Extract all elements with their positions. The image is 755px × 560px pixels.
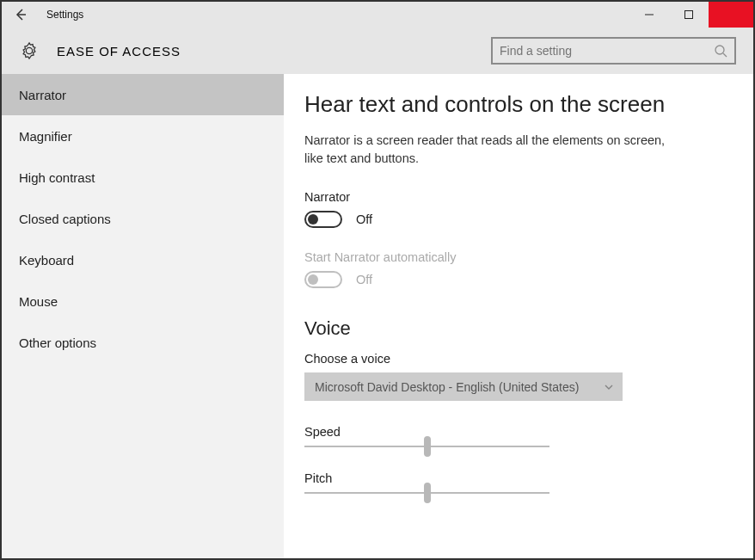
narrator-toggle-row: Off [304, 211, 727, 228]
maximize-button[interactable] [669, 2, 709, 28]
sidebar-item-keyboard[interactable]: Keyboard [2, 239, 284, 280]
sidebar-item-label: Closed captions [19, 212, 111, 226]
page-heading: Hear text and controls on the screen [304, 91, 727, 118]
choose-voice-label: Choose a voice [304, 352, 727, 366]
narrator-toggle[interactable] [304, 211, 342, 228]
toggle-knob [308, 274, 318, 285]
sidebar-item-label: Other options [19, 335, 96, 350]
search-icon [714, 44, 727, 58]
back-button[interactable] [2, 2, 40, 28]
voice-heading: Voice [304, 317, 727, 340]
close-button[interactable] [709, 2, 753, 28]
auto-toggle-row: Off [304, 271, 727, 288]
maximize-icon [684, 10, 693, 19]
sidebar-item-label: Narrator [19, 88, 66, 102]
slider-thumb[interactable] [424, 436, 431, 457]
titlebar: Settings [2, 2, 753, 28]
toggle-knob [308, 214, 318, 225]
svg-line-4 [723, 53, 727, 57]
sidebar-item-narrator[interactable]: Narrator [2, 74, 284, 115]
svg-rect-2 [685, 11, 693, 19]
search-input[interactable] [500, 44, 714, 58]
sidebar: Narrator Magnifier High contrast Closed … [2, 74, 284, 558]
sidebar-item-magnifier[interactable]: Magnifier [2, 115, 284, 157]
sidebar-item-label: High contrast [19, 170, 95, 185]
svg-point-3 [715, 46, 724, 54]
sidebar-item-closed-captions[interactable]: Closed captions [2, 198, 284, 239]
gear-icon [19, 40, 40, 61]
slider-track [304, 446, 549, 447]
slider-track [304, 492, 549, 494]
auto-toggle-state: Off [356, 273, 372, 286]
arrow-left-icon [14, 8, 28, 22]
content: Hear text and controls on the screen Nar… [284, 74, 753, 558]
window-controls [629, 2, 753, 28]
auto-toggle-label: Start Narrator automatically [304, 250, 727, 264]
sidebar-item-mouse[interactable]: Mouse [2, 280, 284, 322]
sidebar-item-high-contrast[interactable]: High contrast [2, 157, 284, 198]
narrator-toggle-label: Narrator [304, 190, 727, 204]
voice-dropdown[interactable]: Microsoft David Desktop - English (Unite… [304, 372, 623, 401]
slider-thumb[interactable] [424, 483, 431, 503]
sidebar-item-label: Mouse [19, 294, 58, 309]
speed-slider[interactable] [304, 446, 549, 447]
minimize-icon [645, 10, 654, 19]
window-title: Settings [46, 9, 83, 21]
body: Narrator Magnifier High contrast Closed … [2, 74, 753, 558]
auto-toggle [304, 271, 342, 288]
header: EASE OF ACCESS [2, 28, 753, 74]
sidebar-item-other-options[interactable]: Other options [2, 322, 284, 363]
minimize-button[interactable] [629, 2, 669, 28]
speed-label: Speed [304, 425, 727, 439]
settings-window: Settings EASE OF ACCESS [0, 0, 755, 560]
page-description: Narrator is a screen reader that reads a… [304, 132, 674, 168]
pitch-slider[interactable] [304, 492, 549, 494]
category-title: EASE OF ACCESS [57, 44, 181, 58]
pitch-label: Pitch [304, 471, 727, 485]
voice-dropdown-value: Microsoft David Desktop - English (Unite… [315, 380, 579, 394]
search-box[interactable] [491, 37, 736, 65]
narrator-toggle-state: Off [356, 212, 372, 226]
chevron-down-icon [604, 382, 614, 392]
sidebar-item-label: Keyboard [19, 253, 74, 268]
sidebar-item-label: Magnifier [19, 129, 72, 144]
